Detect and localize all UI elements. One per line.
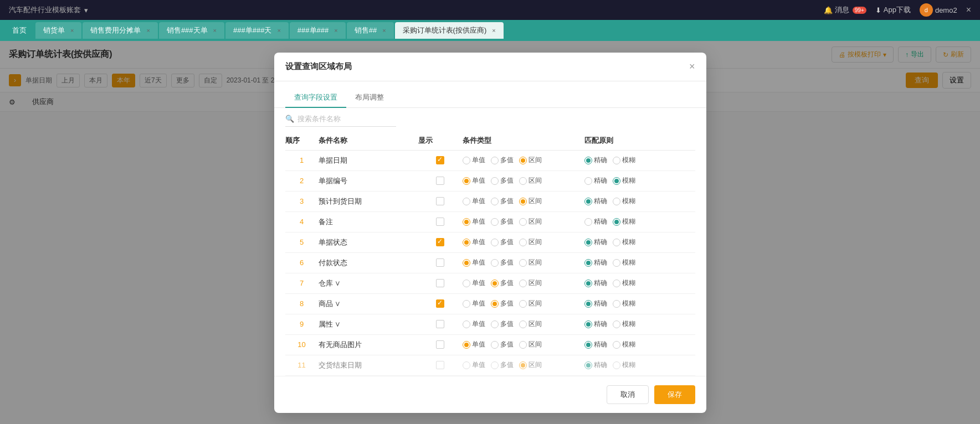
match-fuzzy-radio[interactable] xyxy=(613,259,620,267)
type-multi-radio[interactable] xyxy=(491,239,499,246)
match-fuzzy-radio[interactable] xyxy=(613,361,620,369)
dialog-close-button[interactable]: × xyxy=(689,61,695,71)
type-multi-label[interactable]: 多值 xyxy=(491,156,514,165)
dropdown-icon: ▾ xyxy=(84,6,88,14)
type-single-radio[interactable] xyxy=(463,341,470,349)
type-range-radio[interactable] xyxy=(519,157,527,164)
match-exact-radio[interactable] xyxy=(584,320,592,328)
user-menu[interactable]: d demo2 xyxy=(920,3,957,17)
display-checkbox[interactable] xyxy=(436,320,444,328)
tab-6[interactable]: 销售## × xyxy=(347,22,394,39)
tab-sales-expense-close[interactable]: × xyxy=(146,27,150,34)
type-single-radio[interactable] xyxy=(463,157,470,164)
tab-6-close[interactable]: × xyxy=(382,27,386,34)
type-range-radio[interactable] xyxy=(519,239,527,246)
type-multi-radio[interactable] xyxy=(491,157,499,164)
tab-sales-order[interactable]: 销货单 × xyxy=(35,22,81,39)
display-checkbox[interactable] xyxy=(436,238,444,246)
type-range-label[interactable]: 区间 xyxy=(519,156,542,165)
type-single-radio[interactable] xyxy=(463,198,470,205)
display-checkbox[interactable] xyxy=(436,299,444,308)
tab-query-fields[interactable]: 查询字段设置 xyxy=(285,88,346,108)
tab-sales-order-close[interactable]: × xyxy=(70,27,74,34)
tab-purchase-close[interactable]: × xyxy=(492,27,495,34)
notifications-btn[interactable]: 🔔 消息 99+ xyxy=(824,5,866,15)
tab-layout-adjust[interactable]: 布局调整 xyxy=(346,88,393,108)
app-download-btn[interactable]: ⬇ App下载 xyxy=(875,5,911,15)
display-checkbox[interactable] xyxy=(436,218,444,226)
type-single-radio[interactable] xyxy=(463,259,470,267)
tab-4-close[interactable]: × xyxy=(277,27,280,34)
match-exact-radio[interactable] xyxy=(584,198,592,205)
match-fuzzy-radio[interactable] xyxy=(613,320,620,328)
match-exact-radio[interactable] xyxy=(584,259,592,267)
type-single-radio[interactable] xyxy=(463,300,470,308)
match-exact-radio[interactable] xyxy=(584,341,592,349)
tab-3-close[interactable]: × xyxy=(213,27,217,34)
type-range-radio[interactable] xyxy=(519,341,527,349)
type-range-radio[interactable] xyxy=(519,198,527,205)
match-exact-radio[interactable] xyxy=(584,361,592,369)
display-checkbox[interactable] xyxy=(436,156,444,164)
match-exact-label[interactable]: 精确 xyxy=(584,156,607,165)
type-multi-radio[interactable] xyxy=(491,218,499,226)
type-single-radio[interactable] xyxy=(463,218,470,226)
tab-5-close[interactable]: × xyxy=(334,27,337,34)
type-range-radio[interactable] xyxy=(519,300,527,308)
match-fuzzy-radio[interactable] xyxy=(613,157,620,164)
notification-badge: 99+ xyxy=(853,7,866,14)
display-checkbox[interactable] xyxy=(436,340,444,349)
type-single-radio[interactable] xyxy=(463,361,470,369)
display-checkbox[interactable] xyxy=(436,197,444,205)
match-fuzzy-radio[interactable] xyxy=(613,300,620,308)
type-single-radio[interactable] xyxy=(463,177,470,185)
cancel-button[interactable]: 取消 xyxy=(607,385,649,404)
display-checkbox[interactable] xyxy=(436,361,444,369)
match-fuzzy-radio[interactable] xyxy=(613,218,620,226)
type-range-radio[interactable] xyxy=(519,177,527,185)
match-exact-radio[interactable] xyxy=(584,177,592,185)
top-bar-close[interactable]: × xyxy=(966,5,971,15)
match-fuzzy-radio[interactable] xyxy=(613,341,620,349)
save-button[interactable]: 保存 xyxy=(654,385,695,404)
tab-purchase[interactable]: 采购订单统计表(按供应商) × xyxy=(395,22,504,39)
type-multi-radio[interactable] xyxy=(491,280,499,287)
tab-4[interactable]: ###单###天 × xyxy=(225,22,289,39)
match-fuzzy-radio[interactable] xyxy=(613,280,620,287)
type-range-radio[interactable] xyxy=(519,320,527,328)
match-exact-radio[interactable] xyxy=(584,239,592,246)
tab-sales-expense[interactable]: 销售费用分摊单 × xyxy=(83,22,157,39)
type-multi-radio[interactable] xyxy=(491,361,499,369)
type-single-radio[interactable] xyxy=(463,239,470,246)
match-exact-radio[interactable] xyxy=(584,300,592,308)
match-fuzzy-radio[interactable] xyxy=(613,198,620,205)
match-fuzzy-radio[interactable] xyxy=(613,239,620,246)
match-exact-radio[interactable] xyxy=(584,157,592,164)
tab-3[interactable]: 销售###天单 × xyxy=(159,22,224,39)
type-single-label[interactable]: 单值 xyxy=(463,156,485,165)
match-fuzzy-radio[interactable] xyxy=(613,177,620,185)
type-range-radio[interactable] xyxy=(519,361,527,369)
type-multi-radio[interactable] xyxy=(491,177,499,185)
display-checkbox[interactable] xyxy=(436,279,444,287)
type-single-radio[interactable] xyxy=(463,280,470,287)
tab-5[interactable]: ###单### × xyxy=(290,22,346,39)
row-match: 精确 模糊 xyxy=(584,156,695,165)
display-checkbox[interactable] xyxy=(436,258,444,267)
type-single-radio[interactable] xyxy=(463,320,470,328)
type-multi-radio[interactable] xyxy=(491,300,499,308)
type-range-radio[interactable] xyxy=(519,218,527,226)
type-range-radio[interactable] xyxy=(519,280,527,287)
match-exact-radio[interactable] xyxy=(584,218,592,226)
type-multi-radio[interactable] xyxy=(491,198,499,205)
match-fuzzy-label[interactable]: 模糊 xyxy=(613,156,635,165)
display-checkbox[interactable] xyxy=(436,177,444,185)
search-input[interactable] xyxy=(297,115,396,123)
type-multi-radio[interactable] xyxy=(491,320,499,328)
tab-home[interactable]: 首页 xyxy=(4,22,34,39)
type-multi-radio[interactable] xyxy=(491,341,499,349)
table-row: 4 备注 单值 多值 区间 精确 模糊 xyxy=(285,212,695,232)
match-exact-radio[interactable] xyxy=(584,280,592,287)
type-range-radio[interactable] xyxy=(519,259,527,267)
type-multi-radio[interactable] xyxy=(491,259,499,267)
